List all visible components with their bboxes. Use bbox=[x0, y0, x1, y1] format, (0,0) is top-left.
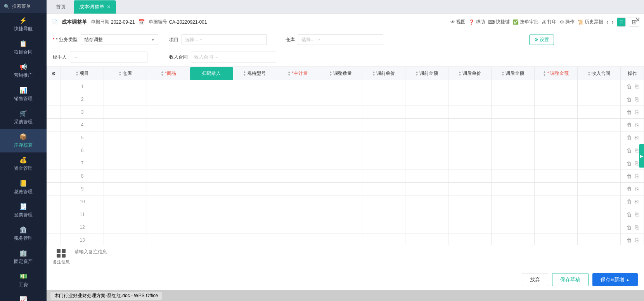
cell-row2-col6[interactable] bbox=[362, 93, 405, 106]
cell-row3-col5[interactable] bbox=[319, 106, 362, 119]
cell-row13-col2[interactable] bbox=[190, 234, 233, 245]
cell-row1-col9[interactable] bbox=[492, 80, 535, 93]
row-delete-btn-10[interactable]: 🗑 bbox=[626, 198, 633, 206]
cell-row9-col6[interactable] bbox=[362, 183, 405, 195]
cell-row4-col6[interactable] bbox=[362, 119, 405, 131]
sidebar-item-ops-mgmt[interactable]: 📈经营管理 bbox=[0, 292, 47, 301]
cell-row3-col6[interactable] bbox=[362, 106, 405, 119]
cell-row1-col6[interactable] bbox=[362, 80, 405, 93]
shortcut-btn[interactable]: ⌨ 快捷键 bbox=[488, 19, 510, 25]
cell-row10-col1[interactable] bbox=[147, 195, 190, 208]
cell-row1-col7[interactable] bbox=[405, 80, 448, 93]
sidebar-item-sales-promo[interactable]: 📢营销推广 bbox=[0, 59, 47, 83]
cell-row9-col11[interactable] bbox=[578, 183, 621, 195]
sort-unit[interactable]: ▲▼ bbox=[287, 71, 291, 77]
cell-row2-col1[interactable] bbox=[147, 93, 190, 106]
row-copy-btn-10[interactable]: ⎘ bbox=[634, 198, 639, 206]
cell-row11-col0[interactable] bbox=[104, 208, 147, 221]
cell-row11-col2[interactable] bbox=[190, 208, 233, 221]
row-copy-btn-1[interactable]: ⎘ bbox=[634, 83, 639, 90]
cell-row6-col6[interactable] bbox=[362, 144, 405, 157]
cell-row12-col7[interactable] bbox=[405, 221, 448, 234]
col-header-scan[interactable]: 扫码录入 bbox=[190, 67, 233, 80]
cell-row1-col4[interactable] bbox=[276, 80, 319, 93]
cell-row2-col0[interactable] bbox=[104, 93, 147, 106]
sidebar-item-project-contract[interactable]: 📋项目合同 bbox=[0, 36, 47, 59]
cell-row12-col5[interactable] bbox=[319, 221, 362, 234]
cell-row6-col10[interactable] bbox=[535, 144, 578, 157]
cell-row8-col11[interactable] bbox=[578, 170, 621, 183]
cell-row12-col0[interactable] bbox=[104, 221, 147, 234]
cell-row7-col8[interactable] bbox=[448, 157, 492, 170]
cell-row3-col9[interactable] bbox=[492, 106, 535, 119]
cell-row6-col4[interactable] bbox=[276, 144, 319, 157]
row-delete-btn-3[interactable]: 🗑 bbox=[626, 108, 633, 116]
cell-row13-col11[interactable] bbox=[578, 234, 621, 245]
cell-row11-col1[interactable] bbox=[147, 208, 190, 221]
cell-row5-col8[interactable] bbox=[448, 131, 492, 144]
row-delete-btn-4[interactable]: 🗑 bbox=[626, 121, 633, 129]
row-delete-btn-2[interactable]: 🗑 bbox=[626, 95, 633, 103]
cell-row13-col10[interactable] bbox=[535, 234, 578, 245]
cell-row9-col0[interactable] bbox=[104, 183, 147, 195]
cell-row9-col9[interactable] bbox=[492, 183, 535, 195]
cell-row2-col8[interactable] bbox=[448, 93, 492, 106]
cell-row4-col8[interactable] bbox=[448, 119, 492, 131]
sidebar-item-payroll[interactable]: 💵工资 bbox=[0, 269, 47, 292]
cell-row11-col9[interactable] bbox=[492, 208, 535, 221]
cell-row3-col4[interactable] bbox=[276, 106, 319, 119]
cell-row6-col5[interactable] bbox=[319, 144, 362, 157]
cell-row8-col8[interactable] bbox=[448, 170, 492, 183]
cell-row7-col9[interactable] bbox=[492, 157, 535, 170]
row-delete-btn-1[interactable]: 🗑 bbox=[626, 83, 633, 90]
cell-row2-col7[interactable] bbox=[405, 93, 448, 106]
side-panel-toggle[interactable]: ▶ bbox=[639, 144, 644, 168]
sort-spec[interactable]: ▲▼ bbox=[243, 71, 246, 77]
cell-row3-col7[interactable] bbox=[405, 106, 448, 119]
taskbar-item[interactable]: 木门行业好业财处理方案-磊红红.doc - WPS Office bbox=[50, 292, 162, 300]
cell-row11-col7[interactable] bbox=[405, 208, 448, 221]
cell-row8-col10[interactable] bbox=[535, 170, 578, 183]
row-copy-btn-5[interactable]: ⎘ bbox=[634, 134, 639, 142]
row-copy-btn-13[interactable]: ⎘ bbox=[634, 236, 639, 244]
sidebar-item-purchase-mgmt[interactable]: 🛒采购管理 bbox=[0, 106, 47, 129]
cell-row10-col2[interactable] bbox=[190, 195, 233, 208]
cell-row11-col11[interactable] bbox=[578, 208, 621, 221]
cell-row1-col3[interactable] bbox=[233, 80, 276, 93]
cell-row2-col9[interactable] bbox=[492, 93, 535, 106]
sidebar-item-sales-mgmt[interactable]: 📊销售管理 bbox=[0, 83, 47, 106]
cell-row13-col8[interactable] bbox=[448, 234, 492, 245]
cell-row5-col5[interactable] bbox=[319, 131, 362, 144]
cell-row12-col4[interactable] bbox=[276, 221, 319, 234]
sort-adj-amount[interactable]: ▲▼ bbox=[543, 71, 546, 77]
cell-row3-col11[interactable] bbox=[578, 106, 621, 119]
cell-row8-col1[interactable] bbox=[147, 170, 190, 183]
cell-row9-col4[interactable] bbox=[276, 183, 319, 195]
cell-row13-col1[interactable] bbox=[147, 234, 190, 245]
row-delete-btn-5[interactable]: 🗑 bbox=[626, 134, 633, 142]
sort-project[interactable]: ▲▼ bbox=[76, 71, 79, 77]
row-copy-btn-6[interactable]: ⎘ bbox=[634, 147, 639, 154]
cell-row5-col2[interactable] bbox=[190, 131, 233, 144]
sidebar-item-invoice-mgmt[interactable]: 🧾发票管理 bbox=[0, 199, 47, 222]
biz-type-input[interactable]: 结存调整 ▼ bbox=[81, 34, 158, 45]
cell-row4-col11[interactable] bbox=[578, 119, 621, 131]
row-copy-btn-2[interactable]: ⎘ bbox=[634, 95, 639, 103]
cell-row2-col3[interactable] bbox=[233, 93, 276, 106]
sort-adj-qty[interactable]: ▲▼ bbox=[329, 71, 332, 77]
cell-row7-col10[interactable] bbox=[535, 157, 578, 170]
cell-row5-col3[interactable] bbox=[233, 131, 276, 144]
row-delete-btn-13[interactable]: 🗑 bbox=[626, 236, 633, 244]
cell-row5-col0[interactable] bbox=[104, 131, 147, 144]
cell-row4-col9[interactable] bbox=[492, 119, 535, 131]
income-contract-input[interactable]: 收入合同 ··· bbox=[191, 52, 276, 62]
cell-row11-col10[interactable] bbox=[535, 208, 578, 221]
cell-row12-col3[interactable] bbox=[233, 221, 276, 234]
cell-row6-col3[interactable] bbox=[233, 144, 276, 157]
search-menu-button[interactable]: 🔍 搜索菜单 bbox=[0, 0, 47, 13]
cell-row10-col7[interactable] bbox=[405, 195, 448, 208]
cell-row8-col5[interactable] bbox=[319, 170, 362, 183]
date-edit-icon[interactable]: 📅 bbox=[138, 19, 145, 25]
cell-row5-col4[interactable] bbox=[276, 131, 319, 144]
cell-row2-col5[interactable] bbox=[319, 93, 362, 106]
